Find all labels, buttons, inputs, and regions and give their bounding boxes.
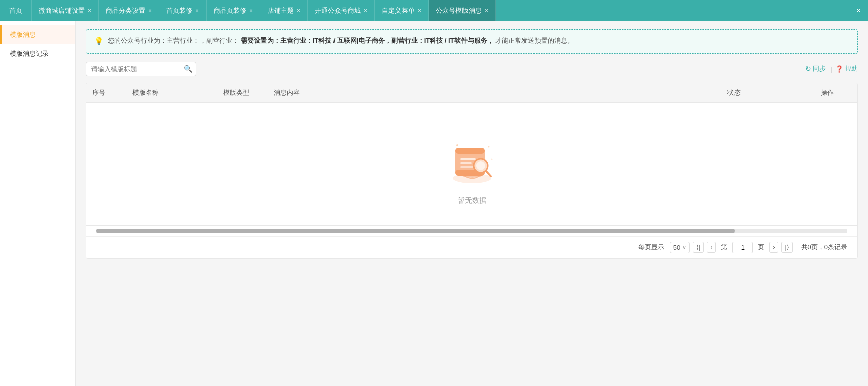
search-input-wrap: 🔍 [86, 62, 196, 76]
sidebar-item-template-record[interactable]: 模版消息记录 [0, 44, 75, 63]
sync-button[interactable]: ↻ 同步 [805, 64, 826, 73]
page-label-after: 页 [758, 243, 764, 252]
notice-text: 您的公众号行业为：主营行业：，副营行业： 需要设置为：主营行业：IT科技 / 互… [108, 36, 574, 46]
bulb-icon: 💡 [94, 36, 104, 47]
divider: | [831, 65, 832, 73]
tab-category-settings-label: 商品分类设置 [106, 6, 145, 15]
close-tab-custom-menu[interactable]: × [418, 7, 421, 14]
close-all-icon: × [856, 6, 861, 15]
close-tab-shop-settings[interactable]: × [88, 7, 91, 14]
th-status-label: 状态 [727, 89, 741, 96]
th-type-label: 模版类型 [223, 89, 249, 96]
content-area: 💡 您的公众号行业为：主营行业：，副营行业： 需要设置为：主营行业：IT科技 /… [76, 21, 868, 386]
tab-product-design[interactable]: 商品页装修 × [207, 0, 260, 21]
close-tab-product-design[interactable]: × [249, 7, 253, 14]
pagination: 每页显示 50 ∨ ⟨| ‹ 第 页 › |⟩ [86, 236, 857, 258]
last-page-icon: |⟩ [785, 244, 789, 251]
close-all-tabs-button[interactable]: × [849, 0, 868, 21]
tab-home[interactable]: 首页 [0, 0, 32, 21]
notice-suffix: 才能正常发送预置的消息。 [495, 37, 574, 44]
search-icon[interactable]: 🔍 [184, 65, 192, 73]
th-status: 状态 [721, 83, 797, 102]
sidebar-item-template-message[interactable]: 模版消息 [0, 25, 75, 44]
first-page-icon: ⟨| [696, 244, 700, 251]
search-input[interactable] [86, 62, 196, 76]
search-bar: 🔍 ↻ 同步 | ❓ 帮助 [86, 62, 858, 76]
page-size-value: 50 [673, 244, 680, 251]
tab-custom-menu[interactable]: 自定义菜单 × [375, 0, 429, 21]
svg-point-11 [488, 146, 489, 147]
table-header: 序号 模版名称 模版类型 消息内容 状态 操作 [86, 83, 857, 103]
empty-text: 暂无数据 [458, 196, 486, 205]
page-size-label: 每页显示 [638, 243, 664, 252]
sync-icon: ↻ [805, 65, 811, 73]
help-icon: ❓ [835, 65, 843, 73]
notice-prefix: 您的公众号行业为：主营行业：，副营行业： [108, 37, 239, 44]
th-content-label: 消息内容 [274, 89, 300, 96]
th-name-label: 模版名称 [132, 89, 159, 96]
next-page-button[interactable]: › [769, 242, 778, 253]
svg-rect-4 [460, 158, 476, 160]
close-tab-category-settings[interactable]: × [148, 7, 152, 14]
tab-category-settings[interactable]: 商品分类设置 × [99, 0, 159, 21]
help-button[interactable]: ❓ 帮助 [835, 64, 858, 73]
svg-point-10 [456, 144, 458, 146]
tab-open-mall-label: 开通公众号商城 [315, 6, 361, 15]
th-seq-label: 序号 [92, 89, 105, 96]
page-number-input[interactable] [732, 242, 753, 253]
tab-template-message[interactable]: 公众号模版消息 × [429, 0, 496, 21]
svg-point-13 [462, 173, 482, 178]
data-table: 序号 模版名称 模版类型 消息内容 状态 操作 [86, 83, 858, 259]
prev-page-icon: ‹ [710, 244, 712, 251]
tab-shop-theme[interactable]: 店铺主题 × [260, 0, 308, 21]
page-size-arrow-icon: ∨ [682, 244, 686, 251]
sidebar-item-template-message-label: 模版消息 [10, 31, 36, 38]
close-tab-open-mall[interactable]: × [364, 7, 367, 14]
tab-shop-settings[interactable]: 微商城店铺设置 × [32, 0, 99, 21]
th-name: 模版名称 [126, 83, 217, 102]
prev-page-button[interactable]: ‹ [707, 242, 716, 253]
notice-highlight: 需要设置为：主营行业：IT科技 / 互联网|电子商务，副营行业：IT科技 / I… [241, 37, 494, 44]
close-tab-template-message[interactable]: × [485, 7, 488, 14]
th-action-label: 操作 [821, 89, 834, 96]
last-page-button[interactable]: |⟩ [781, 242, 792, 253]
tab-custom-menu-label: 自定义菜单 [382, 6, 415, 15]
scrollbar-track[interactable] [96, 229, 847, 233]
tab-template-message-label: 公众号模版消息 [436, 6, 482, 15]
scrollbar-area [86, 225, 857, 236]
help-label: 帮助 [845, 64, 858, 73]
search-actions: ↻ 同步 | ❓ 帮助 [805, 64, 858, 73]
page-size-select[interactable]: 50 ∨ [670, 242, 690, 253]
svg-point-12 [491, 158, 492, 160]
topbar: 首页 微商城店铺设置 × 商品分类设置 × 首页装修 × 商品页装修 × 店铺主… [0, 0, 868, 21]
next-page-icon: › [773, 244, 775, 251]
tab-homepage-design[interactable]: 首页装修 × [159, 0, 207, 21]
empty-text-label: 暂无数据 [458, 196, 486, 204]
svg-point-8 [476, 161, 485, 170]
empty-illustration-svg [444, 133, 500, 188]
tab-homepage-design-label: 首页装修 [166, 6, 192, 15]
close-tab-shop-theme[interactable]: × [297, 7, 300, 14]
page-total-info: 共0页，0条记录 [801, 243, 847, 252]
sync-label: 同步 [813, 64, 826, 73]
th-seq: 序号 [86, 83, 126, 102]
main-layout: 模版消息 模版消息记录 💡 您的公众号行业为：主营行业：，副营行业： 需要设置为… [0, 21, 868, 386]
svg-rect-6 [460, 166, 474, 168]
th-action: 操作 [797, 83, 857, 102]
svg-rect-5 [460, 162, 472, 164]
scrollbar-thumb[interactable] [96, 229, 735, 233]
th-type: 模版类型 [217, 83, 268, 102]
empty-state: 暂无数据 [86, 103, 857, 225]
tab-home-label: 首页 [9, 6, 22, 15]
first-page-button[interactable]: ⟨| [693, 242, 704, 253]
close-tab-homepage-design[interactable]: × [195, 7, 199, 14]
tab-open-mall[interactable]: 开通公众号商城 × [308, 0, 375, 21]
svg-rect-2 [455, 148, 485, 154]
tab-shop-settings-label: 微商城店铺设置 [39, 6, 85, 15]
page-label-before: 第 [721, 243, 727, 252]
notice-bar: 💡 您的公众号行业为：主营行业：，副营行业： 需要设置为：主营行业：IT科技 /… [86, 29, 858, 54]
th-content: 消息内容 [268, 83, 721, 102]
sidebar-item-template-record-label: 模版消息记录 [10, 50, 49, 57]
empty-illustration [444, 133, 500, 188]
tab-shop-theme-label: 店铺主题 [268, 6, 294, 15]
